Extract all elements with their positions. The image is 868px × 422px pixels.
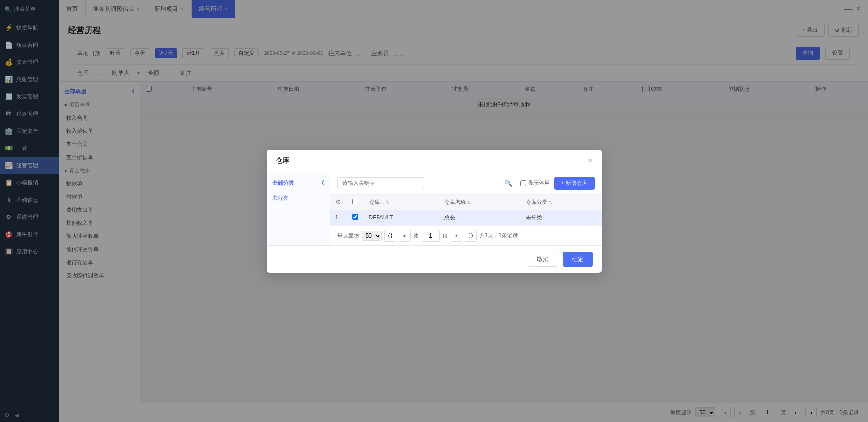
modal-sidebar-header[interactable]: 全部分类 《 [267, 176, 330, 191]
modal-row-category: 未分类 [520, 210, 602, 225]
modal-th-name[interactable]: 仓库名称 ⇅ [439, 195, 520, 210]
warehouse-modal: 仓库 × 全部分类 《 未分类 🔍 [267, 150, 602, 273]
search-wrap: 🔍 [337, 177, 516, 189]
modal-th-name-label: 仓库名称 [444, 199, 466, 206]
modal-th-code[interactable]: 仓库... ⇅ [364, 195, 439, 210]
modal-per-page-label: 每页显示 [337, 232, 359, 239]
show-disabled-checkbox[interactable] [520, 180, 526, 186]
modal-first-page-btn[interactable]: ⟨⟨ [384, 230, 396, 242]
modal-th-category-label: 仓库分类 [526, 199, 547, 206]
modal-table: ⚙ 仓库... ⇅ [330, 195, 602, 226]
modal-footer-left: 每页显示 50 ⟨⟨ ＜ 第 页 ＞ ⟩⟩ 共1页，1条记录 [337, 230, 518, 242]
modal-page-input[interactable] [422, 230, 440, 242]
modal-table-row[interactable]: 1 DEFAULT 总仓 未分类 [330, 210, 602, 225]
modal-th-category[interactable]: 仓库分类 ⇅ [520, 195, 602, 210]
modal-page-label: 第 [413, 232, 419, 239]
modal-next-page-btn[interactable]: ＞ [451, 230, 462, 242]
modal-sidebar-item-uncategorized[interactable]: 未分类 [267, 191, 330, 206]
name-sort-icon: ⇅ [467, 200, 471, 205]
modal-last-page-btn[interactable]: ⟩⟩ [465, 230, 477, 242]
modal-sidebar-header-label: 全部分类 [272, 179, 294, 187]
modal-pagination-bar: 每页显示 50 ⟨⟨ ＜ 第 页 ＞ ⟩⟩ 共1页，1条记录 [330, 226, 602, 245]
modal-actions: 取消 确定 [267, 245, 602, 273]
modal-per-page-select[interactable]: 50 [362, 231, 382, 241]
modal-select-all[interactable] [352, 199, 358, 204]
modal-th-settings[interactable]: ⚙ [330, 195, 347, 210]
modal-main: 🔍 显示停用 + 新增仓库 ⚙ [330, 172, 602, 245]
modal-cancel-button[interactable]: 取消 [528, 252, 558, 267]
category-sort-icon: ⇅ [549, 200, 552, 205]
modal-sidebar: 全部分类 《 未分类 [267, 172, 330, 245]
modal-sidebar-collapse-icon[interactable]: 《 [319, 179, 324, 187]
modal-page-of-label: 页 [442, 232, 448, 239]
category-col-sort[interactable]: 仓库分类 ⇅ [526, 199, 596, 206]
show-disabled-label[interactable]: 显示停用 [520, 179, 550, 187]
modal-row-select[interactable] [352, 214, 358, 220]
add-warehouse-button[interactable]: + 新增仓库 [554, 177, 594, 190]
modal-prev-page-btn[interactable]: ＜ [399, 230, 411, 242]
show-disabled-text: 显示停用 [528, 179, 550, 187]
modal-total-label: 共1页，1条记录 [480, 232, 518, 239]
modal-title: 仓库 [276, 156, 289, 165]
modal-row-name: 总仓 [439, 210, 520, 225]
modal-header: 仓库 × [267, 150, 602, 172]
search-icon: 🔍 [504, 179, 512, 187]
modal-sidebar-item-label: 未分类 [272, 195, 288, 201]
modal-table-wrap: ⚙ 仓库... ⇅ [330, 195, 602, 226]
code-sort-icon: ⇅ [386, 200, 389, 205]
name-col-sort[interactable]: 仓库名称 ⇅ [444, 199, 515, 206]
settings-gear-icon[interactable]: ⚙ [336, 199, 341, 206]
modal-th-code-label: 仓库... [369, 199, 384, 206]
modal-confirm-button[interactable]: 确定 [563, 252, 593, 267]
modal-row-checkbox[interactable] [347, 210, 364, 225]
modal-row-index: 1 [330, 210, 347, 225]
modal-overlay: 仓库 × 全部分类 《 未分类 🔍 [0, 0, 868, 422]
code-col-sort[interactable]: 仓库... ⇅ [369, 199, 434, 206]
modal-body: 全部分类 《 未分类 🔍 显示停用 [267, 172, 602, 245]
warehouse-search-input[interactable] [337, 177, 424, 189]
modal-row-code: DEFAULT [364, 210, 439, 225]
modal-toolbar: 🔍 显示停用 + 新增仓库 [330, 172, 602, 195]
modal-close-button[interactable]: × [588, 156, 593, 165]
modal-th-checkbox[interactable] [347, 195, 364, 210]
